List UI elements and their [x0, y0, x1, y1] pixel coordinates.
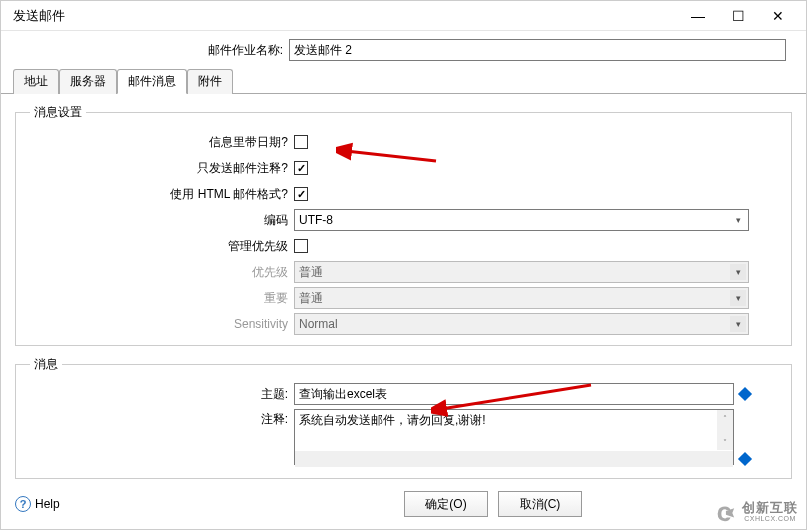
sensitivity-combo: Normal ▾	[294, 313, 749, 335]
use-html-label: 使用 HTML 邮件格式?	[26, 186, 294, 203]
encoding-combo[interactable]: UTF-8 ▾	[294, 209, 749, 231]
subject-label: 主题:	[26, 386, 294, 403]
chevron-down-icon: ▾	[730, 290, 746, 306]
use-html-checkbox[interactable]	[294, 187, 308, 201]
manage-priority-label: 管理优先级	[26, 238, 294, 255]
horizontal-scrollbar[interactable]	[295, 451, 733, 467]
ok-button[interactable]: 确定(O)	[404, 491, 488, 517]
with-date-checkbox[interactable]	[294, 135, 308, 149]
dialog-footer: ? Help 确定(O) 取消(C)	[1, 487, 806, 521]
message-settings-group: 消息设置 信息里带日期? 只发送邮件注释? 使用 HTML 邮件格式?	[15, 104, 792, 346]
tab-mail-message[interactable]: 邮件消息	[117, 69, 187, 94]
help-button[interactable]: ? Help	[15, 496, 60, 512]
only-comment-label: 只发送邮件注释?	[26, 160, 294, 177]
encoding-value: UTF-8	[299, 213, 333, 227]
minimize-button[interactable]: —	[678, 2, 718, 30]
sensitivity-label: Sensitivity	[26, 317, 294, 331]
tab-attachment[interactable]: 附件	[187, 69, 233, 94]
priority-combo: 普通 ▾	[294, 261, 749, 283]
close-button[interactable]: ✕	[758, 2, 798, 30]
sensitivity-value: Normal	[299, 317, 338, 331]
manage-priority-checkbox[interactable]	[294, 239, 308, 253]
cancel-button[interactable]: 取消(C)	[498, 491, 582, 517]
watermark-main: 创新互联	[742, 501, 798, 515]
watermark-sub: CXHLCX.COM	[744, 515, 796, 523]
job-name-input[interactable]	[289, 39, 786, 61]
help-label: Help	[35, 497, 60, 511]
dialog-window: 发送邮件 — ☐ ✕ 邮件作业名称: 地址 服务器 邮件消息 附件 消息设置 信…	[0, 0, 807, 530]
chevron-down-icon: ▾	[730, 264, 746, 280]
job-name-row: 邮件作业名称:	[1, 31, 806, 67]
help-icon: ?	[15, 496, 31, 512]
window-title: 发送邮件	[9, 7, 678, 25]
priority-label: 优先级	[26, 264, 294, 281]
encoding-label: 编码	[26, 212, 294, 229]
tab-panel: 消息设置 信息里带日期? 只发送邮件注释? 使用 HTML 邮件格式?	[1, 94, 806, 493]
weight-combo: 普通 ▾	[294, 287, 749, 309]
weight-label: 重要	[26, 290, 294, 307]
comment-label: 注释:	[26, 409, 294, 428]
subject-input[interactable]	[294, 383, 734, 405]
scroll-down-icon: ˅	[717, 434, 733, 450]
tab-server[interactable]: 服务器	[59, 69, 117, 94]
vertical-scrollbar[interactable]: ˄ ˅	[717, 410, 733, 450]
variable-marker-icon[interactable]	[738, 452, 752, 466]
job-name-label: 邮件作业名称:	[13, 42, 289, 59]
only-comment-checkbox[interactable]	[294, 161, 308, 175]
maximize-button[interactable]: ☐	[718, 2, 758, 30]
watermark-logo-icon	[714, 501, 736, 523]
message-group: 消息 主题: 注释: ˄ ˅	[15, 356, 792, 479]
tab-strip: 地址 服务器 邮件消息 附件	[1, 69, 806, 94]
tab-address[interactable]: 地址	[13, 69, 59, 94]
window-controls: — ☐ ✕	[678, 2, 798, 30]
priority-value: 普通	[299, 264, 323, 281]
titlebar: 发送邮件 — ☐ ✕	[1, 1, 806, 31]
weight-value: 普通	[299, 290, 323, 307]
variable-marker-icon[interactable]	[738, 387, 752, 401]
chevron-down-icon: ▾	[730, 212, 746, 228]
message-settings-legend: 消息设置	[30, 104, 86, 121]
watermark: 创新互联 CXHLCX.COM	[714, 501, 798, 523]
chevron-down-icon: ▾	[730, 316, 746, 332]
message-legend: 消息	[30, 356, 62, 373]
scroll-up-icon: ˄	[717, 410, 733, 426]
with-date-label: 信息里带日期?	[26, 134, 294, 151]
